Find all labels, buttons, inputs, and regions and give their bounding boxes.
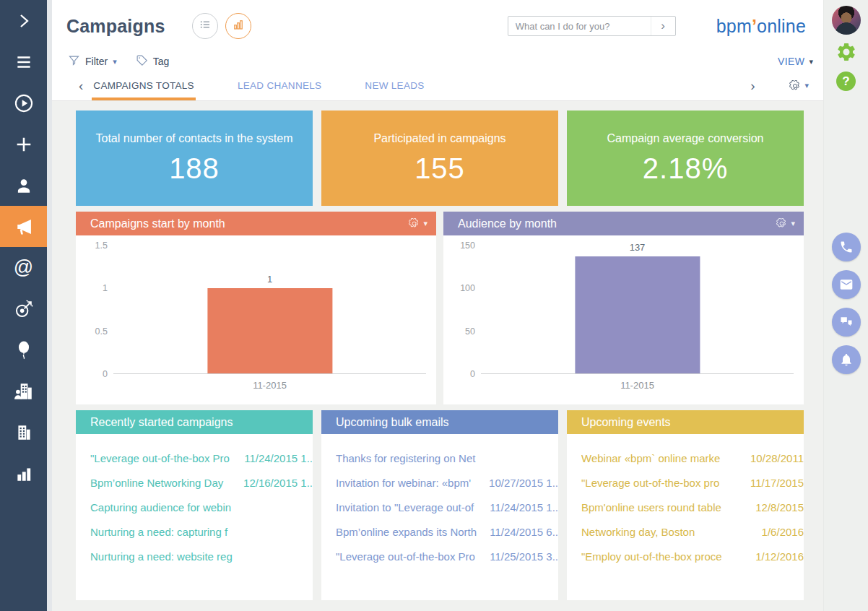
help-button[interactable]: ? bbox=[836, 72, 856, 91]
email-button[interactable] bbox=[832, 270, 861, 299]
filter-dropdown[interactable]: Filter ▾ bbox=[68, 54, 117, 69]
list-view-button[interactable] bbox=[192, 13, 218, 39]
y-tick: 0 bbox=[470, 369, 475, 379]
page-title: Campaigns bbox=[66, 16, 165, 37]
sidebar-expand-button[interactable] bbox=[0, 0, 47, 41]
chart-settings-button[interactable]: ▾ bbox=[776, 218, 795, 229]
list-item[interactable]: Invitation for webinar: «bpm'10/27/2015 … bbox=[336, 470, 558, 495]
sidebar-item-add[interactable] bbox=[0, 124, 47, 165]
sidebar-item-email[interactable]: @ bbox=[0, 247, 47, 288]
search-input[interactable] bbox=[508, 21, 651, 32]
call-button[interactable] bbox=[832, 233, 861, 261]
sidebar-item-events[interactable] bbox=[0, 329, 47, 370]
list-item[interactable]: Bpm’online Networking Day12/16/2015 1.. bbox=[90, 470, 313, 495]
list-item[interactable]: Bpm'online users round table12/8/2015 bbox=[581, 495, 804, 519]
y-tick: 1 bbox=[103, 283, 108, 293]
tag-icon bbox=[136, 54, 148, 69]
sidebar-item-dashboards[interactable] bbox=[0, 453, 47, 494]
tag-button[interactable]: Tag bbox=[136, 54, 170, 69]
balloon-icon bbox=[14, 340, 33, 360]
view-dropdown[interactable]: VIEW ▾ bbox=[778, 56, 813, 67]
chart-settings-caret-icon: ▾ bbox=[423, 219, 428, 228]
tab-campaigns-totals[interactable]: CAMPAIGNS TOTALS bbox=[92, 72, 196, 100]
chart-settings-caret-icon: ▾ bbox=[791, 219, 795, 228]
building-icon bbox=[14, 423, 33, 442]
list-item[interactable]: Thanks for registering on Net bbox=[336, 446, 558, 470]
x-axis-category: 11-2015 bbox=[86, 380, 426, 391]
list-item[interactable]: "Leverage out-of-the-box Pro11/25/2015 3… bbox=[336, 544, 558, 568]
lists-row: Recently started campaigns "Leverage out… bbox=[76, 410, 804, 600]
bar-value-label: 137 bbox=[630, 242, 646, 253]
list-header: Recently started campaigns bbox=[76, 410, 313, 434]
list-item[interactable]: Capturing audience for webin bbox=[90, 495, 313, 519]
chart-bar bbox=[575, 256, 700, 373]
chart-title: Audience by month bbox=[458, 217, 557, 230]
megaphone-icon bbox=[14, 217, 34, 237]
at-sign-icon: @ bbox=[14, 256, 33, 279]
chart-plot-area: 150 100 50 0 137 11-2015 bbox=[443, 235, 804, 404]
kpi-value: 155 bbox=[415, 152, 465, 185]
user-avatar[interactable] bbox=[832, 6, 861, 35]
chart-settings-button[interactable]: ▾ bbox=[409, 218, 428, 229]
filter-label: Filter bbox=[85, 56, 108, 67]
chat-button[interactable] bbox=[832, 308, 861, 337]
sidebar-item-leads[interactable] bbox=[0, 288, 47, 329]
list-item[interactable]: "Leverage out-of-the-box pro11/17/2015 bbox=[581, 470, 804, 495]
target-arrow-icon bbox=[14, 299, 34, 319]
question-mark-icon: ? bbox=[842, 74, 849, 89]
search-go-button[interactable]: › bbox=[651, 17, 675, 35]
command-line-search: › bbox=[508, 16, 676, 36]
sidebar-item-accounts[interactable] bbox=[0, 370, 47, 412]
logo-mark: ’ bbox=[752, 16, 757, 36]
left-sidebar: @ bbox=[0, 0, 47, 611]
list-upcoming-bulk-emails: Upcoming bulk emails Thanks for register… bbox=[321, 410, 558, 600]
bpmonline-logo: bpm’online bbox=[716, 16, 806, 37]
list-item[interactable]: Webinar «bpm` online marke10/28/2011 bbox=[581, 446, 804, 470]
list-item[interactable]: "Leverage out-of-the-box Pro11/24/2015 1… bbox=[90, 446, 313, 470]
tabs-settings-caret-icon: ▾ bbox=[804, 81, 809, 90]
list-item[interactable]: Invitation to "Leverage out-of11/24/2015… bbox=[336, 495, 558, 519]
notifications-button[interactable] bbox=[832, 345, 861, 374]
topbar: Campaigns › bpm’online bbox=[52, 0, 823, 42]
y-tick: 1.5 bbox=[95, 240, 108, 251]
y-tick: 0.5 bbox=[95, 326, 108, 337]
kpi-value: 2.18% bbox=[643, 152, 728, 185]
tabs-forward-chevron[interactable]: › bbox=[747, 79, 758, 92]
tab-new-leads[interactable]: NEW LEADS bbox=[363, 72, 425, 100]
kpi-label: Campaign average conversion bbox=[607, 132, 763, 145]
tag-label: Tag bbox=[153, 56, 170, 67]
analytics-view-button[interactable] bbox=[225, 13, 251, 39]
list-body: Webinar «bpm` online marke10/28/2011 "Le… bbox=[567, 434, 804, 568]
tab-lead-channels[interactable]: LEAD CHANNELS bbox=[236, 72, 323, 100]
hamburger-menu-icon bbox=[14, 53, 33, 72]
kpi-value: 188 bbox=[169, 152, 220, 185]
list-item[interactable]: Networking day, Boston1/6/2016 bbox=[581, 519, 804, 544]
gear-icon bbox=[836, 41, 857, 63]
charts-row: Campaigns start by month ▾ 1.5 1 0.5 bbox=[76, 212, 804, 404]
app-root: @ Campaigns bbox=[0, 0, 868, 611]
sidebar-item-menu[interactable] bbox=[0, 41, 47, 82]
list-title: Upcoming events bbox=[581, 416, 671, 429]
tabs-settings-button[interactable]: ▾ bbox=[789, 80, 809, 92]
tabs-back-chevron[interactable]: ‹ bbox=[76, 79, 86, 92]
gear-icon bbox=[789, 80, 801, 92]
chart-title: Campaigns start by month bbox=[90, 217, 225, 230]
view-label: VIEW bbox=[778, 56, 804, 67]
list-item[interactable]: "Employ out-of-the-box proce1/12/2016 bbox=[581, 544, 804, 568]
system-settings-button[interactable] bbox=[836, 41, 857, 66]
sidebar-item-contacts[interactable] bbox=[0, 165, 47, 206]
list-header: Upcoming events bbox=[567, 410, 804, 434]
list-item[interactable]: Bpm’online expands its North11/24/2015 6… bbox=[336, 519, 558, 544]
kpi-row: Total number of contacts in the system 1… bbox=[76, 110, 804, 206]
sidebar-item-company[interactable] bbox=[0, 412, 47, 453]
sidebar-item-campaigns[interactable] bbox=[0, 206, 47, 247]
list-item[interactable]: Nurturing a need: capturing f bbox=[90, 519, 313, 544]
envelope-icon bbox=[839, 277, 854, 292]
sidebar-item-processes[interactable] bbox=[0, 82, 47, 124]
chart-plot-area: 1.5 1 0.5 0 1 11-2015 bbox=[76, 235, 436, 404]
list-recently-started-campaigns: Recently started campaigns "Leverage out… bbox=[76, 410, 313, 600]
list-body: Thanks for registering on Net Invitation… bbox=[321, 434, 558, 568]
chart-header: Campaigns start by month ▾ bbox=[76, 212, 436, 235]
list-header: Upcoming bulk emails bbox=[321, 410, 558, 434]
list-item[interactable]: Nurturing a need: website reg bbox=[90, 544, 313, 568]
